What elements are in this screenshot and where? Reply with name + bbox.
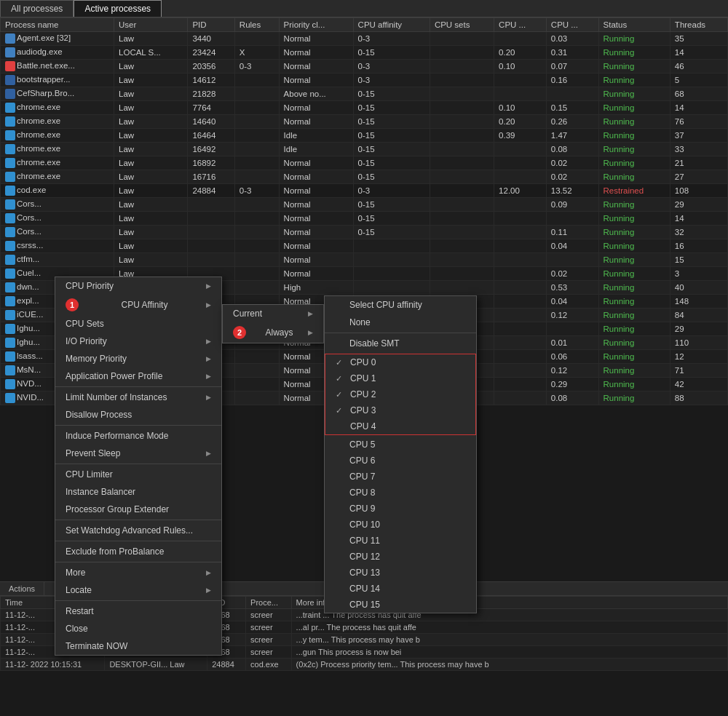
menu-item[interactable]: Set Watchdog Advanced Rules... — [55, 522, 221, 539]
cell-threads: 21 — [670, 156, 727, 170]
cpu-list-item-checked[interactable]: ✓CPU 1 — [325, 370, 475, 386]
submenu1-item[interactable]: 2Always — [223, 322, 323, 343]
table-row[interactable]: Battle.net.exe... Law 20356 0-3 Normal 0… — [1, 60, 728, 73]
menu-item[interactable]: Disallow Process — [55, 406, 221, 423]
table-row[interactable]: CefSharp.Bro... Law 21828 Above no... 0-… — [1, 87, 728, 101]
cpu-list-item-checked[interactable]: ✓CPU 2 — [325, 386, 475, 402]
cell-rules — [234, 253, 279, 267]
menu-item[interactable]: More — [55, 564, 221, 581]
cpu-list-item[interactable]: CPU 13 — [325, 565, 476, 581]
col-user[interactable]: User — [114, 18, 188, 32]
menu-item[interactable]: Limit Number of Instances — [55, 389, 221, 406]
submenu1-item[interactable]: Current — [223, 305, 323, 322]
table-row[interactable]: chrome.exe Law 16716 Normal 0-15 0.02 Ru… — [1, 170, 728, 184]
check-icon: ✓ — [336, 390, 347, 399]
table-row[interactable]: chrome.exe Law 16492 Idle 0-15 0.08 Runn… — [1, 143, 728, 156]
action-col-proc[interactable]: Proce... — [246, 597, 292, 609]
cpu-list-item[interactable]: CPU 6 — [325, 453, 476, 469]
table-row[interactable]: chrome.exe Law 7764 Normal 0-15 0.10 0.1… — [1, 101, 728, 115]
col-process-name[interactable]: Process name — [1, 18, 114, 32]
check-icon: ✓ — [336, 358, 347, 367]
cpu-list-item-checked[interactable]: ✓CPU 0 — [325, 354, 475, 370]
cell-rules — [234, 170, 279, 184]
submenu2-item[interactable]: Disable SMT — [325, 335, 476, 352]
table-row[interactable]: chrome.exe Law 16464 Idle 0-15 0.39 1.47… — [1, 129, 728, 143]
table-row[interactable]: Cors... Law Normal 0-15 0.09 Running 29 — [1, 198, 728, 212]
col-priority[interactable]: Priority cl... — [279, 18, 353, 32]
table-row[interactable]: ctfm... Law Normal Running 15 — [1, 253, 728, 267]
col-pid[interactable]: PID — [188, 18, 234, 32]
cell-threads: 3 — [670, 267, 727, 281]
table-row[interactable]: Agent.exe [32] Law 3440 Normal 0-3 0.03 … — [1, 32, 728, 46]
col-affinity[interactable]: CPU affinity — [353, 18, 430, 32]
cpu-list-item[interactable]: CPU 15 — [325, 597, 476, 613]
cell-status: Running — [598, 281, 670, 295]
table-row[interactable]: cod.exe Law 24884 0-3 Normal 0-3 12.00 1… — [1, 184, 728, 198]
menu-item[interactable]: Memory Priority — [55, 350, 221, 367]
cpu-list-item[interactable]: CPU 5 — [325, 437, 476, 453]
table-row[interactable]: bootstrapper... Law 14612 Normal 0-3 0.1… — [1, 73, 728, 87]
cell-process-name: chrome.exe — [1, 143, 114, 156]
table-row[interactable]: Cors... Law Normal 0-15 Running 14 — [1, 212, 728, 226]
menu-item[interactable]: Induce Performance Mode — [55, 427, 221, 445]
col-threads[interactable]: Threads — [670, 18, 727, 32]
cpu-list-item[interactable]: CPU 10 — [325, 517, 476, 533]
cell-cpu1: 0.10 — [494, 101, 547, 115]
menu-item-label: Locate — [66, 585, 92, 595]
menu-item[interactable]: CPU Limiter — [55, 466, 221, 483]
cpu-list-item[interactable]: CPU 7 — [325, 469, 476, 485]
menu-item[interactable]: Instance Balancer — [55, 483, 221, 501]
action-log-tab[interactable]: Actions — [0, 582, 44, 595]
cell-process-name: Cors... — [1, 198, 114, 212]
cell-pid: 3440 — [188, 32, 234, 46]
col-cpu2[interactable]: CPU ... — [546, 18, 598, 32]
col-cpu-sets[interactable]: CPU sets — [430, 18, 494, 32]
tab-all-processes[interactable]: All processes — [0, 0, 74, 17]
cell-status: Running — [598, 32, 670, 46]
menu-item[interactable]: Restart — [55, 602, 221, 620]
menu-item[interactable]: Processor Group Extender — [55, 501, 221, 518]
cell-cpu-sets — [430, 226, 494, 239]
menu-item[interactable]: CPU Sets — [55, 315, 221, 333]
submenu2-item[interactable]: None — [325, 314, 476, 331]
menu-item[interactable]: Locate — [55, 581, 221, 599]
cpu-list-item-checked[interactable]: CPU 4 — [325, 418, 475, 434]
cell-rules — [234, 198, 279, 212]
menu-item[interactable]: Close — [55, 620, 221, 637]
cell-priority: Normal — [279, 198, 353, 212]
cpu-list-item-checked[interactable]: ✓CPU 3 — [325, 402, 475, 418]
menu-item[interactable]: Terminate NOW — [55, 637, 221, 655]
cell-priority: Normal — [279, 239, 353, 253]
col-rules[interactable]: Rules — [234, 18, 279, 32]
cpu-label: CPU 13 — [349, 568, 380, 578]
table-row[interactable]: audiodg.exe LOCAL S... 23424 X Normal 0-… — [1, 46, 728, 60]
col-cpu1[interactable]: CPU ... — [494, 18, 547, 32]
menu-item-label: Processor Group Extender — [66, 504, 169, 514]
submenu2-item[interactable]: Select CPU affinity — [325, 296, 476, 314]
cell-cpu1 — [494, 87, 547, 101]
cell-affinity: 0-15 — [353, 129, 430, 143]
menu-item[interactable]: Prevent Sleep — [55, 445, 221, 462]
cpu-list-item[interactable]: CPU 14 — [325, 581, 476, 597]
cpu-list-item[interactable]: CPU 8 — [325, 485, 476, 501]
table-row[interactable]: Cors... Law Normal 0-15 0.11 Running 32 — [1, 226, 728, 239]
menu-item[interactable]: 1CPU Affinity — [55, 295, 221, 315]
cell-cpu2: 0.06 — [546, 350, 598, 364]
table-row[interactable]: chrome.exe Law 16892 Normal 0-15 0.02 Ru… — [1, 156, 728, 170]
cpu-list-item[interactable]: CPU 11 — [325, 533, 476, 549]
col-status[interactable]: Status — [598, 18, 670, 32]
cell-rules — [234, 115, 279, 129]
cpu-label: CPU 7 — [349, 472, 375, 482]
cpu-list-item[interactable]: CPU 12 — [325, 549, 476, 565]
table-row[interactable]: chrome.exe Law 14640 Normal 0-15 0.20 0.… — [1, 115, 728, 129]
menu-item[interactable]: CPU Priority — [55, 277, 221, 295]
cpu-list-item[interactable]: CPU 9 — [325, 501, 476, 517]
cell-pid: 16492 — [188, 143, 234, 156]
action-log-row[interactable]: 11-12- 2022 10:15:31 DESKTOP-GII... Law … — [1, 659, 728, 671]
menu-item[interactable]: Exclude from ProBalance — [55, 543, 221, 560]
menu-item[interactable]: Application Power Profile — [55, 367, 221, 385]
cell-cpu-sets — [430, 239, 494, 253]
menu-item[interactable]: I/O Priority — [55, 333, 221, 350]
tab-active-processes[interactable]: Active processes — [74, 0, 162, 17]
table-row[interactable]: csrss... Law Normal 0.04 Running 16 — [1, 239, 728, 253]
